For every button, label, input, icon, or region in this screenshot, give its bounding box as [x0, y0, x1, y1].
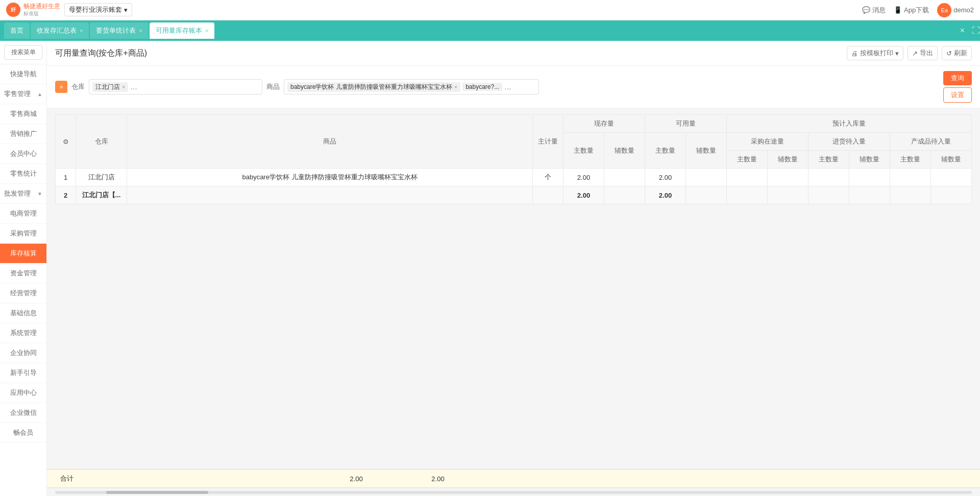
th-current-aux: 辅数量	[604, 133, 645, 169]
sidebar-item-quick-nav[interactable]: 快捷导航	[0, 64, 46, 84]
sidebar-member-label: 会员中心	[10, 149, 37, 158]
sidebar-ecommerce-label: 电商管理	[10, 209, 37, 218]
sidebar-item-wholesale[interactable]: 批发管理 ▼	[0, 184, 46, 204]
th-settings[interactable]: ⚙	[56, 115, 76, 169]
sidebar-system-label: 系统管理	[10, 328, 37, 338]
tab-order-stats-close[interactable]: ×	[139, 28, 142, 34]
sidebar-item-retail-stats[interactable]: 零售统计	[0, 164, 46, 184]
sidebar-finance-label: 资金管理	[10, 269, 37, 278]
sidebar-item-ecommerce[interactable]: 电商管理	[0, 204, 46, 224]
sidebar-item-app-center[interactable]: 应用中心	[0, 383, 46, 403]
th-main-unit: 主计量	[533, 115, 564, 169]
sidebar-item-system[interactable]: 系统管理	[0, 323, 46, 343]
query-btn[interactable]: 查询	[943, 71, 972, 85]
warehouse-filter-dots[interactable]: ...	[130, 82, 137, 91]
sidebar-item-newbie[interactable]: 新手引导	[0, 363, 46, 383]
tab-receipt-summary-close[interactable]: ×	[80, 28, 83, 34]
settings-btn[interactable]: 设置	[943, 87, 972, 103]
user-area[interactable]: Ea demo2	[937, 3, 974, 17]
message-btn[interactable]: 💬 消息	[862, 6, 886, 15]
filter-row: » 仓库 江北门店 × ... 商品 babycare学饮杯 儿童防摔防撞吸管杯…	[47, 66, 980, 108]
app-icon: 📱	[894, 6, 902, 14]
tab-available-stock[interactable]: 可用量库存账本 ×	[150, 22, 214, 39]
sidebar-item-ops[interactable]: 经营管理	[0, 284, 46, 303]
logo-text: 畅捷通好生意	[23, 3, 60, 10]
sidebar: 搜索菜单 快捷导航 零售管理 ▲ 零售商城 营销推广 会员中心 零售统计 批发管…	[0, 41, 47, 496]
tab-available-stock-close[interactable]: ×	[205, 28, 208, 34]
sidebar-retail-mall-label: 零售商城	[10, 109, 37, 119]
scrollbar-track[interactable]	[55, 491, 972, 494]
product-tag-1: babycare学饮杯 儿童防摔防撞吸管杯重力球吸嘴杯宝宝水杯 ×	[287, 82, 460, 92]
tab-receipt-summary[interactable]: 收发存汇总表 ×	[31, 22, 89, 39]
cell-incoming-aux-subtotal	[849, 186, 890, 204]
scrollbar-area	[47, 488, 980, 496]
sidebar-search-area: 搜索菜单	[0, 41, 46, 64]
tab-order-stats-label: 要货单统计表	[96, 26, 136, 35]
sidebar-item-vip[interactable]: 畅会员	[0, 423, 46, 443]
sidebar-item-marketing[interactable]: 营销推广	[0, 124, 46, 144]
warehouse-tag-jiangbei: 江北门店 ×	[92, 82, 128, 92]
search-menu-btn[interactable]: 搜索菜单	[4, 45, 42, 60]
sidebar-vip-label: 畅会员	[13, 428, 33, 437]
cell-purchase-transit-main	[727, 169, 768, 186]
maximize-btn[interactable]: ⛶	[972, 26, 980, 35]
sidebar-item-purchase[interactable]: 采购管理	[0, 224, 46, 244]
warehouse-tag-label: 江北门店	[95, 83, 120, 91]
warehouse-tag-close[interactable]: ×	[122, 84, 125, 90]
app-download-label: App下载	[904, 6, 929, 15]
cell-available-main: 2.00	[645, 169, 686, 186]
tab-order-stats[interactable]: 要货单统计表 ×	[90, 22, 148, 39]
th-purchase-transit-aux: 辅数量	[768, 151, 808, 169]
product-tag-1-close[interactable]: ×	[454, 84, 457, 90]
sidebar-item-enterprise-wechat[interactable]: 企业微信	[0, 403, 46, 423]
page-title: 可用量查询(按仓库+商品)	[55, 48, 147, 59]
warehouse-tag-container[interactable]: 江北门店 × ...	[89, 79, 262, 95]
cell-purchase-transit-main-subtotal	[727, 186, 768, 204]
logo-sub: 标准版	[23, 10, 60, 17]
content-area: 可用量查询(按仓库+商品) 🖨 按模板打印 ▾ ↗ 导出 ↺ 刷新 »	[47, 41, 980, 496]
cell-unit-subtotal	[533, 186, 564, 204]
scrollbar-thumb[interactable]	[106, 491, 208, 494]
th-production-pending-group: 产成品待入量	[890, 133, 972, 151]
cell-production-main-subtotal	[890, 186, 931, 204]
sidebar-item-retail-mall[interactable]: 零售商城	[0, 104, 46, 124]
cell-production-main	[890, 169, 931, 186]
cell-seq: 2	[56, 186, 76, 204]
product-tag-container[interactable]: babycare学饮杯 儿童防摔防撞吸管杯重力球吸嘴杯宝宝水杯 × babyca…	[284, 79, 539, 95]
table-area: ⚙ 仓库 商品 主计量 现存量 可用量 预计入库量 主数量 辅数量 主数量 辅数…	[47, 108, 980, 469]
tab-home-label: 首页	[10, 26, 23, 35]
sidebar-item-enterprise[interactable]: 企业协同	[0, 343, 46, 363]
sidebar-item-retail-mgmt[interactable]: 零售管理 ▲	[0, 84, 46, 104]
refresh-btn[interactable]: ↺ 刷新	[942, 46, 972, 60]
product-tag-2: babycare?...	[462, 83, 502, 91]
product-tag-1-label: babycare学饮杯 儿童防摔防撞吸管杯重力球吸嘴杯宝宝水杯	[290, 83, 452, 91]
nav-tabs: 首页 收发存汇总表 × 要货单统计表 × 可用量库存账本 × × ⛶	[0, 20, 980, 41]
sidebar-retail-stats-label: 零售统计	[10, 169, 37, 178]
refresh-label: 刷新	[954, 49, 967, 58]
product-filter-dots[interactable]: ...	[504, 82, 511, 91]
sidebar-item-basic-info[interactable]: 基础信息	[0, 303, 46, 323]
tab-available-stock-label: 可用量库存账本	[156, 26, 202, 35]
top-bar-left: 好 畅捷通好生意 标准版 母婴行业演示账套 ▾	[6, 3, 132, 17]
cell-incoming-aux	[849, 169, 890, 186]
cell-current-aux-subtotal	[604, 186, 645, 204]
th-available-group: 可用量	[645, 115, 727, 133]
warehouse-filter-label: 仓库	[71, 82, 85, 91]
page-header: 可用量查询(按仓库+商品) 🖨 按模板打印 ▾ ↗ 导出 ↺ 刷新	[47, 41, 980, 66]
tab-receipt-summary-label: 收发存汇总表	[37, 26, 77, 35]
sidebar-item-member-center[interactable]: 会员中心	[0, 144, 46, 164]
sidebar-item-finance[interactable]: 资金管理	[0, 264, 46, 284]
sidebar-item-inventory[interactable]: 库存核算	[0, 244, 46, 264]
cell-product-subtotal	[127, 186, 533, 204]
app-download-btn[interactable]: 📱 App下载	[894, 6, 929, 15]
table-footer: 合计 2.00 2.00	[47, 469, 980, 488]
industry-selector[interactable]: 母婴行业演示账套 ▾	[64, 3, 132, 16]
close-all-tabs-btn[interactable]: ×	[960, 26, 965, 35]
tab-home[interactable]: 首页	[4, 22, 30, 39]
footer-current-main: 2.00	[336, 475, 377, 483]
template-print-btn[interactable]: 🖨 按模板打印 ▾	[847, 46, 903, 60]
cell-current-main-subtotal: 2.00	[564, 186, 604, 204]
filter-expand-btn[interactable]: »	[55, 81, 67, 93]
export-btn[interactable]: ↗ 导出	[908, 46, 938, 60]
top-bar: 好 畅捷通好生意 标准版 母婴行业演示账套 ▾ 💬 消息 📱 App下载 Ea …	[0, 0, 980, 20]
